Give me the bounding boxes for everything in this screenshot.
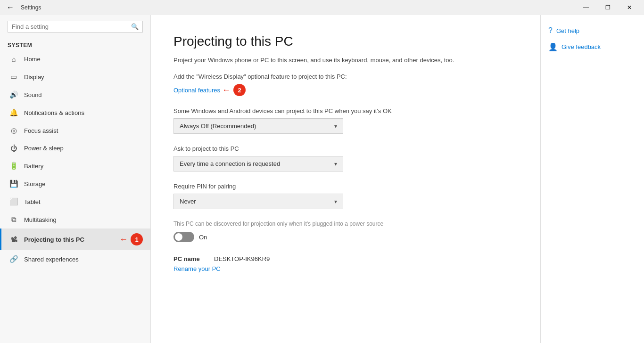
search-box[interactable]: 🔍 <box>8 21 143 33</box>
focus-assist-icon: ◎ <box>9 126 18 135</box>
sidebar-item-label: Multitasking <box>24 216 57 223</box>
optional-features-link[interactable]: Optional features <box>173 87 220 94</box>
sidebar-item-label: Display <box>24 74 44 81</box>
main-layout: 🔍 System ⌂ Home ▭ Display 🔊 Sound 🔔 Noti… <box>0 15 644 343</box>
help-icon: ? <box>548 26 553 35</box>
toggle-thumb <box>175 233 182 241</box>
dropdown-always-off[interactable]: Always Off (Recommended) ▾ <box>173 118 343 134</box>
sidebar-item-label: Shared experiences <box>24 256 79 263</box>
rename-pc-link[interactable]: Rename your PC <box>173 265 518 272</box>
power-icon: ⏻ <box>9 144 18 152</box>
sidebar: 🔍 System ⌂ Home ▭ Display 🔊 Sound 🔔 Noti… <box>0 15 151 343</box>
dropdown-always-off-value: Always Off (Recommended) <box>180 122 256 130</box>
sidebar-item-label: Home <box>24 56 41 63</box>
back-button[interactable]: ← <box>4 1 17 14</box>
require-pin-label: Require PIN for pairing <box>173 183 518 190</box>
description-text: Project your Windows phone or PC to this… <box>173 57 504 64</box>
feedback-icon: 👤 <box>548 42 558 51</box>
add-feature-text: Add the "Wireless Display" optional feat… <box>173 73 518 80</box>
sidebar-item-battery[interactable]: 🔋 Battery <box>0 157 150 175</box>
sidebar-item-label: Battery <box>24 163 43 170</box>
sound-icon: 🔊 <box>9 90 18 99</box>
chevron-down-icon-2: ▾ <box>334 161 337 167</box>
help-panel: ? Get help 👤 Give feedback <box>540 15 644 343</box>
sidebar-item-tablet[interactable]: ⬜ Tablet <box>0 193 150 211</box>
dropdown-connection[interactable]: Every time a connection is requested ▾ <box>173 156 343 172</box>
minimize-button[interactable]: — <box>575 0 597 15</box>
sidebar-item-label: Notifications & actions <box>24 109 84 116</box>
multitasking-icon: ⧉ <box>9 215 18 224</box>
sidebar-item-label: Storage <box>24 180 46 188</box>
pc-name-value: DESKTOP-IK96KR9 <box>214 255 270 262</box>
power-toggle[interactable] <box>173 232 194 242</box>
sidebar-item-label: Sound <box>24 91 42 98</box>
display-icon: ▭ <box>9 73 18 81</box>
annotation-arrow-1: ← <box>119 235 128 245</box>
sidebar-item-multitasking[interactable]: ⧉ Multitasking <box>0 211 150 229</box>
sidebar-item-storage[interactable]: 💾 Storage <box>0 175 150 193</box>
minimize-icon: — <box>583 4 589 11</box>
sidebar-item-label: Projecting to this PC <box>24 236 119 243</box>
some-devices-text: Some Windows and Android devices can pro… <box>173 107 518 114</box>
sidebar-item-projecting[interactable]: 📽 Projecting to this PC ← 1 <box>0 229 150 250</box>
sidebar-section-title: System <box>0 38 150 50</box>
power-toggle-row: On <box>173 232 518 242</box>
toggle-label: On <box>199 234 207 241</box>
tablet-icon: ⬜ <box>9 197 18 206</box>
pc-discoverable-text: This PC can be discovered for projection… <box>173 220 409 227</box>
titlebar: ← Settings — ❐ ✕ <box>0 0 644 15</box>
maximize-icon: ❐ <box>605 4 611 11</box>
sidebar-item-shared-experiences[interactable]: 🔗 Shared experiences <box>0 250 150 268</box>
pc-name-key: PC name <box>173 255 206 262</box>
give-feedback-label: Give feedback <box>561 43 601 50</box>
sidebar-item-label: Power & sleep <box>24 145 64 152</box>
dropdown-pin[interactable]: Never ▾ <box>173 194 343 209</box>
content-area: Projecting to this PC Project your Windo… <box>151 15 540 343</box>
annotation-badge-2: 2 <box>233 84 246 96</box>
storage-icon: 💾 <box>9 180 18 188</box>
sidebar-item-label: Tablet <box>24 198 41 205</box>
close-icon: ✕ <box>627 4 632 11</box>
maximize-button[interactable]: ❐ <box>597 0 619 15</box>
dropdown-pin-value: Never <box>180 198 196 205</box>
battery-icon: 🔋 <box>9 162 18 170</box>
give-feedback-button[interactable]: 👤 Give feedback <box>548 42 636 51</box>
sidebar-item-focus-assist[interactable]: ◎ Focus assist <box>0 122 150 139</box>
annotation-arrow-2: ← <box>222 85 231 95</box>
shared-experiences-icon: 🔗 <box>9 255 18 263</box>
home-icon: ⌂ <box>9 55 18 63</box>
get-help-label: Get help <box>556 27 579 34</box>
get-help-button[interactable]: ? Get help <box>548 26 636 35</box>
back-icon: ← <box>7 3 14 12</box>
ask-project-label: Ask to project to this PC <box>173 145 518 152</box>
dropdown-connection-value: Every time a connection is requested <box>180 160 280 167</box>
annotation-badge-1: 1 <box>131 233 143 245</box>
sidebar-item-power-sleep[interactable]: ⏻ Power & sleep <box>0 139 150 157</box>
close-button[interactable]: ✕ <box>619 0 640 15</box>
app-title: Settings <box>21 4 575 11</box>
window-controls: — ❐ ✕ <box>575 0 640 15</box>
sidebar-item-notifications[interactable]: 🔔 Notifications & actions <box>0 104 150 122</box>
sidebar-item-home[interactable]: ⌂ Home <box>0 50 150 68</box>
pc-name-row: PC name DESKTOP-IK96KR9 <box>173 255 518 262</box>
chevron-down-icon-3: ▾ <box>334 198 337 205</box>
sidebar-item-display[interactable]: ▭ Display <box>0 68 150 86</box>
projecting-icon: 📽 <box>9 236 18 244</box>
page-title: Projecting to this PC <box>173 34 518 49</box>
search-icon: 🔍 <box>131 23 139 30</box>
sidebar-item-label: Focus assist <box>24 127 58 134</box>
sidebar-item-sound[interactable]: 🔊 Sound <box>0 86 150 104</box>
chevron-down-icon: ▾ <box>334 123 337 130</box>
search-input[interactable] <box>12 23 131 30</box>
notifications-icon: 🔔 <box>9 108 18 117</box>
